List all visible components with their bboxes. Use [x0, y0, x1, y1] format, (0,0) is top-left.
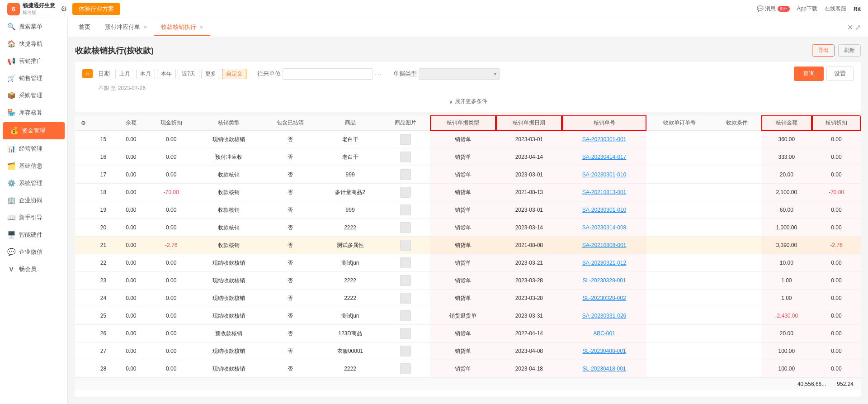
- online-service-link[interactable]: 在线客服: [825, 5, 846, 13]
- td-verify-number: SA-20230331-026: [562, 307, 646, 325]
- sidebar-item-member[interactable]: V 畅会员: [0, 261, 67, 278]
- td-verify-amount: -2,430.00: [761, 307, 812, 325]
- td-cash-discount: -70.00: [147, 184, 196, 201]
- td-verify-discount: 0.00: [812, 131, 861, 148]
- td-receipt-order: [646, 290, 712, 307]
- td-settings: [75, 254, 91, 272]
- td-settings: [75, 325, 91, 342]
- close-window-icon[interactable]: ✕: [847, 23, 853, 32]
- date-btn-more[interactable]: 更多: [201, 69, 220, 79]
- filter-area: » 日期 上月 本月 本年 近7天 更多 自定义 往来单位 ···: [75, 62, 861, 112]
- settings-button[interactable]: 设置: [826, 67, 854, 81]
- td-verify-discount: 0.00: [812, 254, 861, 272]
- message-item[interactable]: 💬 消息 99+: [757, 5, 790, 13]
- sidebar-item-inventory[interactable]: 🏪 库存核算: [0, 104, 67, 121]
- td-seq: 19: [91, 201, 115, 219]
- td-cash-discount: 0.00: [147, 254, 196, 272]
- td-verify-type: 预收款核销: [196, 325, 262, 342]
- date-btn-this-year[interactable]: 本年: [157, 69, 176, 79]
- sidebar-item-purchase[interactable]: 📦 采购管理: [0, 87, 67, 104]
- tab-collection-close[interactable]: ×: [200, 24, 203, 30]
- td-cash-discount: 0.00: [147, 290, 196, 307]
- td-verify-discount: -70.00: [812, 184, 861, 201]
- td-balance: 0.00: [115, 325, 147, 342]
- filter-date-buttons: 上月 本月 本年 近7天 更多 自定义: [115, 69, 247, 79]
- td-receipt-order: [646, 166, 712, 184]
- date-btn-7days[interactable]: 近7天: [178, 69, 200, 79]
- partner-input[interactable]: [283, 68, 373, 80]
- top-bar: 6 畅捷通好生意 标准版 ⚙ 体验行业方案 💬 消息 99+ App下载 在线客…: [0, 0, 868, 18]
- voucher-type-label: 单据类型: [393, 70, 417, 78]
- tab-bar: 首页 预付冲应付单 × 收款核销执行 × ✕ ⤢: [68, 18, 868, 37]
- sidebar-item-search[interactable]: 🔍 搜索菜单: [0, 18, 67, 35]
- gear-button[interactable]: ⚙: [61, 5, 67, 13]
- td-verify-voucher-type: 销货单: [430, 342, 496, 360]
- query-button[interactable]: 查询: [794, 67, 824, 81]
- td-product: 衣服00001: [319, 342, 382, 360]
- tab-prepay[interactable]: 预付冲应付单 ×: [98, 19, 154, 36]
- td-receipt-condition: [712, 219, 761, 237]
- filter-expand-icon[interactable]: »: [82, 69, 93, 78]
- td-settings: [75, 166, 91, 184]
- sidebar-item-sales[interactable]: 🛒 销售管理: [0, 70, 67, 87]
- td-receipt-condition: [712, 307, 761, 325]
- tab-prepay-label: 预付冲应付单: [105, 23, 140, 31]
- td-seq: 16: [91, 148, 115, 166]
- tab-collection[interactable]: 收款核销执行 ×: [154, 19, 210, 36]
- td-verify-voucher-type: 销货单: [430, 237, 496, 254]
- td-receipt-order: [646, 272, 712, 290]
- date-btn-last-month[interactable]: 上月: [115, 69, 134, 79]
- industry-solution-button[interactable]: 体验行业方案: [72, 3, 120, 15]
- td-product-image: [381, 325, 430, 342]
- td-included-settled: 否: [262, 237, 319, 254]
- td-verify-number: SL-20230328-002: [562, 290, 646, 307]
- sidebar-item-finance[interactable]: 💰 资金管理: [3, 122, 65, 139]
- export-button[interactable]: 导出: [812, 44, 835, 57]
- refresh-button[interactable]: 刷新: [838, 44, 861, 57]
- td-balance: 0.00: [115, 148, 147, 166]
- tab-home[interactable]: 首页: [71, 19, 98, 36]
- sidebar-item-basic[interactable]: 🗂️ 基础信息: [0, 157, 67, 175]
- sidebar-label-basic: 基础信息: [19, 162, 42, 170]
- voucher-type-select[interactable]: [419, 68, 500, 80]
- maximize-icon[interactable]: ⤢: [855, 23, 861, 32]
- member-icon: V: [7, 266, 15, 273]
- filter-dots: ···: [375, 71, 382, 77]
- td-balance: 0.00: [115, 219, 147, 237]
- sidebar-item-corp[interactable]: 🏢 企业协同: [0, 192, 67, 209]
- logo-icon: 6: [7, 3, 20, 15]
- sidebar-item-quicknav[interactable]: 🏠 快捷导航: [0, 35, 67, 52]
- sidebar-item-hardware[interactable]: 🖥️ 智能硬件: [0, 226, 67, 243]
- td-verify-number: SA-20210808-001: [562, 237, 646, 254]
- td-verify-amount: 360.00: [761, 131, 812, 148]
- td-verify-number: SA-20230314-008: [562, 219, 646, 237]
- td-included-settled: 否: [262, 254, 319, 272]
- date-btn-custom[interactable]: 自定义: [222, 69, 246, 79]
- tab-actions: ✕ ⤢: [844, 23, 864, 32]
- sidebar-item-guide[interactable]: 📖 新手引导: [0, 209, 67, 226]
- basic-icon: 🗂️: [7, 162, 15, 170]
- sidebar-item-wechat[interactable]: 💬 企业微信: [0, 243, 67, 261]
- th-verify-voucher-type: 核销单据类型: [430, 115, 496, 131]
- td-verify-discount: 0.00: [812, 307, 861, 325]
- footer-amount-value: 40,556,66...: [797, 381, 826, 387]
- sidebar-item-system[interactable]: ⚙️ 系统管理: [0, 175, 67, 192]
- td-verify-amount: 1.00: [761, 272, 812, 290]
- td-verify-type: 收款核销: [196, 184, 262, 201]
- tab-prepay-close[interactable]: ×: [144, 24, 146, 30]
- td-receipt-order: [646, 131, 712, 148]
- sidebar-item-marketing[interactable]: 📢 营销推广: [0, 52, 67, 70]
- th-settings[interactable]: ⚙: [75, 115, 91, 131]
- expand-more-button[interactable]: ∨ 展开更多条件: [82, 96, 854, 107]
- table-row: 18 0.00 -70.00 收款核销 否 多计量商品2 销货单 2021-08…: [75, 184, 861, 201]
- td-verify-voucher-type: 销货单: [430, 148, 496, 166]
- td-balance: 0.00: [115, 360, 147, 378]
- chevron-down-icon: ∨: [449, 99, 453, 105]
- th-verify-type: 核销类型: [196, 115, 262, 131]
- sidebar-item-operation[interactable]: 📊 经营管理: [0, 140, 67, 157]
- app-download-link[interactable]: App下载: [797, 5, 817, 13]
- date-btn-this-month[interactable]: 本月: [136, 69, 155, 79]
- table-wrapper: ⚙ 余额 现金折扣 核销类型 包含已结清 商品 商品图片 核销单据类型 核销单据…: [75, 115, 861, 397]
- td-verify-number: ABC-001: [562, 325, 646, 342]
- logo-edition: 标准版: [23, 10, 55, 16]
